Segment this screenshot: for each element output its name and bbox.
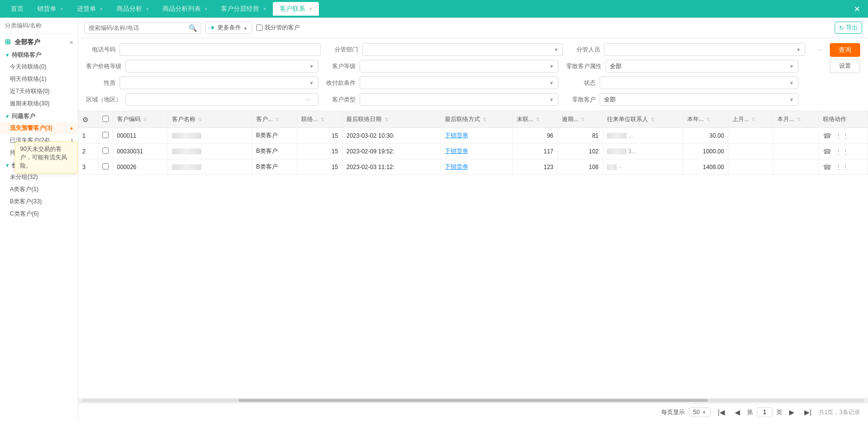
sidebar-item-week[interactable]: 近7天待联络(0) [0,85,78,98]
toolbar-filter-btn[interactable]: ▼ 更多条件 ▲ [205,22,252,34]
tab-purchase-close[interactable]: × [100,6,103,12]
sidebar-search-area: 🔍 [0,18,78,34]
retail-attr-arrow: ▼ [789,64,794,69]
tab-analysis[interactable]: 商品分析 × [110,2,156,16]
tab-analysis-list[interactable]: 商品分析列表 × [156,2,215,16]
sidebar-item-b-class[interactable]: B类客户(33) [0,196,78,208]
contact-action-icon-1[interactable]: ☎ [823,132,831,140]
row-1-checkbox[interactable] [102,132,109,138]
contact-action-icon-3[interactable]: ☎ [823,163,831,171]
partner-sort-icon[interactable]: ⇅ [651,117,654,122]
my-customers-checkbox[interactable]: 我分管的客户 [256,24,300,32]
last-method-link-2[interactable]: 下销货单 [445,148,468,154]
actions-cell-3: ☎ ⋮⋮ [823,163,864,171]
close-window-icon[interactable]: ✕ [850,3,864,15]
filter-payment-select[interactable]: ▼ [360,76,558,89]
more-action-icon-2[interactable]: ⋮⋮ [835,148,849,155]
name-sort-icon[interactable]: ⇅ [198,117,202,122]
filter-more-1[interactable]: ··· [813,46,826,53]
toolbar-search-icon[interactable]: 🔍 [189,24,197,32]
tab-home[interactable]: 首页 [4,2,30,16]
last-method-sort-icon[interactable]: ⇅ [482,117,486,122]
filter-nature-select[interactable]: ▼ [120,76,318,89]
this-year-sort-icon[interactable]: ⇅ [706,117,710,122]
td-checkbox-1 [98,128,113,144]
toolbar-right: ↻ 导出 [835,22,862,34]
tab-analysis-close[interactable]: × [146,6,149,12]
next-page-btn[interactable]: ▶ [786,407,797,417]
contact-action-icon-2[interactable]: ☎ [823,148,831,155]
overdue-sort-icon[interactable]: ⇅ [581,117,585,122]
code-sort-icon[interactable]: ⇅ [143,117,147,122]
sidebar-group-problem[interactable]: ▼ 问题客户 [0,110,78,122]
tab-purchase[interactable]: 进货单 × [70,2,110,16]
filter-retail-cust-select[interactable]: 全部 ▼ [600,93,798,106]
filter-price-grade-select[interactable]: ▼ [125,60,318,73]
table-area: ⚙ 客户编码 ⇅ 客户名称 ⇅ [78,111,868,398]
tab-sales[interactable]: 销货单 × [30,2,70,16]
sidebar-all-customers[interactable]: ⊞ 全部客户 « [0,34,78,49]
last-method-link-3[interactable]: 下销货单 [445,163,468,170]
filter-person-select[interactable]: ▼ [604,43,805,56]
this-month-sort-icon[interactable]: ⇅ [797,117,801,122]
settings-button[interactable]: 设置 [830,59,860,73]
tab-sales-close[interactable]: × [60,6,63,12]
sidebar-item-warning[interactable]: 流失预警客户(3) ● [0,122,78,134]
last-method-link-1[interactable]: 下销货单 [445,132,468,139]
actions-cell-2: ☎ ⋮⋮ [823,148,864,155]
last-month-sort-icon[interactable]: ⇅ [751,117,755,122]
type-sort-icon[interactable]: ⇅ [275,117,279,122]
main-layout: 🔍 ⊞ 全部客户 « ▼ 待联络客户 今天待联络(0) 明天待联络(1) 近7天… [0,18,868,421]
filter-cust-grade-select[interactable]: ▼ [360,60,558,73]
filter-dept-select[interactable]: ▼ [362,43,563,56]
tab-customer-seg[interactable]: 客户分层经营 × [214,2,273,16]
warning-badge: ● [70,125,73,131]
filter-retail-attr-select[interactable]: 全部 ▼ [605,60,798,73]
filter-phone-input[interactable] [120,43,321,56]
my-customers-check[interactable] [256,25,263,31]
select-all-checkbox[interactable] [102,116,109,122]
query-button[interactable]: 查询 [830,43,860,57]
first-page-btn[interactable]: |◀ [715,407,728,417]
last-date-sort-icon[interactable]: ⇅ [385,117,388,122]
th-last-method: 最后联络方式 ⇅ [440,111,512,128]
sidebar-search-input[interactable] [5,22,78,29]
filter-status-select[interactable]: ▼ [600,76,798,89]
td-last-method-3: 下销货单 [440,159,512,175]
h-scrollbar[interactable] [78,398,868,403]
td-contacts-1: 15 [297,128,342,144]
th-code: 客户编码 ⇅ [113,111,168,128]
tab-customer-seg-close[interactable]: × [263,6,266,12]
last-page-btn[interactable]: ▶| [801,407,815,417]
filter-nature: 性质 ▼ [86,76,318,89]
table-settings-icon[interactable]: ⚙ [82,116,89,124]
filter-cust-type-select[interactable]: ▼ [360,93,558,106]
tab-analysis-list-close[interactable]: × [205,6,208,12]
tab-customer-contact-close[interactable]: × [309,6,312,12]
page-size-select[interactable]: 50 ▼ [689,407,711,417]
sidebar-item-overdue-contact[interactable]: 逾期未联络(30) [0,98,78,110]
more-action-icon-1[interactable]: ⋮⋮ [835,132,849,140]
more-action-icon-3[interactable]: ⋮⋮ [835,163,849,171]
filter-row-2: 客户价格等级 ▼ 客户等级 ▼ [86,60,826,73]
contacts-sort-icon[interactable]: ⇅ [320,117,324,122]
filter-region-select[interactable]: ··· [125,93,318,106]
sidebar-item-c-class[interactable]: C类客户(6) [0,208,78,220]
top-tabbar: 首页 销货单 × 进货单 × 商品分析 × 商品分析列表 × 客户分层经营 × … [0,0,868,18]
toolbar-search-input[interactable] [89,25,187,31]
sidebar-group-pending[interactable]: ▼ 待联络客户 [0,49,78,61]
sidebar-item-a-class[interactable]: A类客户(1) [0,183,78,196]
td-code-1: 000011 [113,128,168,144]
person-arrow-icon: ▼ [796,47,801,52]
row-2-checkbox[interactable] [102,148,109,154]
th-overdue-label: 逾期... [562,116,579,123]
region-more[interactable]: ··· [301,96,314,103]
prev-page-btn[interactable]: ◀ [732,407,743,417]
page-number-input[interactable] [757,407,772,417]
no-contact-sort-icon[interactable]: ⇅ [536,117,540,122]
tab-customer-contact[interactable]: 客户联系 × [273,2,319,16]
sidebar-item-tomorrow[interactable]: 明天待联络(1) [0,73,78,85]
sidebar-item-today[interactable]: 今天待联络(0) [0,61,78,73]
export-button[interactable]: ↻ 导出 [835,22,862,34]
row-3-checkbox[interactable] [102,163,109,170]
